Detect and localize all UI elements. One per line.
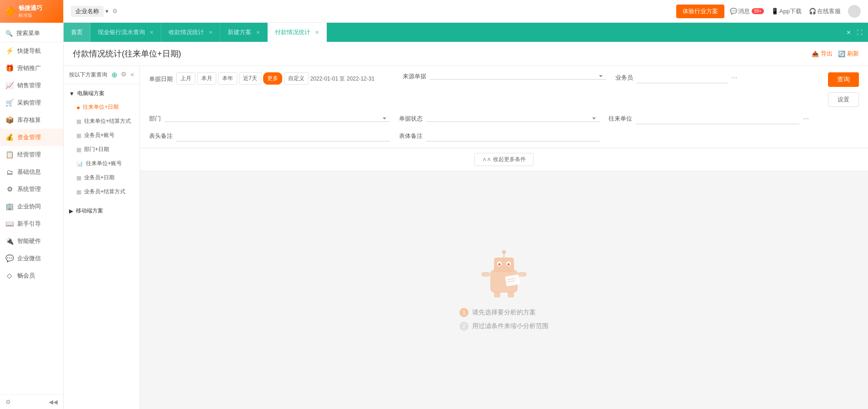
page-body: 按以下方案查询 ⊕ ⚙ « ▼ 电脑端方案 ● 往来单位+日期 — [64, 66, 868, 409]
chevron-down-icon: ▼ — [69, 91, 75, 97]
sidebar-item-marketing[interactable]: 🎁 营销推广 — [0, 60, 63, 77]
sidebar-item-finance[interactable]: 💰 资金管理 — [0, 129, 63, 146]
close-all-tabs-icon[interactable]: ✕ — [846, 29, 851, 36]
tab-bank-flow[interactable]: 现金银行流水查询 ✕ — [90, 23, 161, 42]
this-year-btn[interactable]: 本年 — [218, 72, 237, 85]
schema-item-counterpart-settlement[interactable]: ▦ 往来单位+结算方式 — [64, 114, 140, 128]
topbar-settings-icon[interactable]: ⚙ — [112, 8, 118, 15]
date-range-text: 2022-01-01 至 2022-12-31 — [310, 75, 374, 83]
chevron-right-icon: ▶ — [69, 208, 73, 214]
guide-icon: 📖 — [5, 220, 14, 228]
member-label: 畅会员 — [17, 272, 35, 280]
purchase-label: 采购管理 — [17, 99, 41, 107]
collapse-btn[interactable]: ∧∧ 收起更多条件 — [474, 153, 533, 166]
custom-btn[interactable]: 自定义 — [284, 72, 309, 85]
online-service-btn[interactable]: 🎧 在线客服 — [809, 7, 841, 15]
system-label: 系统管理 — [17, 185, 41, 193]
counterpart-filter-label: 往来单位 — [609, 115, 632, 123]
sidebar-item-wechat[interactable]: 💬 企业微信 — [0, 250, 63, 267]
selector-chevron-icon: ▾ — [105, 8, 109, 15]
tab-new-plan-close[interactable]: ✕ — [256, 30, 260, 35]
settings-icon[interactable]: ⚙ — [5, 399, 11, 405]
schema-item-table-icon-5: ▦ — [76, 189, 81, 195]
collapse-schema-icon[interactable]: « — [130, 71, 134, 79]
sidebar-item-basic-info[interactable]: 🗂 基础信息 — [0, 163, 63, 181]
refresh-button[interactable]: 🔄 刷新 — [838, 50, 859, 58]
maximize-icon[interactable]: ⛶ — [857, 29, 863, 36]
sidebar-item-system[interactable]: ⚙ 系统管理 — [0, 181, 63, 198]
schema-mobile-section-title[interactable]: ▶ 移动端方案 — [64, 204, 140, 217]
svg-rect-1 — [494, 258, 514, 272]
header-note-label: 表头备注 — [149, 132, 173, 140]
user-avatar[interactable] — [848, 5, 861, 18]
salesperson-input[interactable] — [637, 72, 728, 83]
hardware-label: 智能硬件 — [17, 237, 41, 245]
tab-payment-stats-label: 付款情况统计 — [275, 28, 310, 36]
svg-rect-9 — [518, 272, 527, 277]
app-download-btn[interactable]: 📱 App下载 — [771, 7, 802, 15]
tab-new-plan[interactable]: 新建方案 ✕ — [220, 23, 268, 42]
sidebar-item-member[interactable]: ◇ 畅会员 — [0, 267, 63, 284]
sidebar-item-operation[interactable]: 📋 经营管理 — [0, 146, 63, 163]
salesperson-filter-label: 业务员 — [615, 74, 633, 82]
sidebar-item-guide[interactable]: 📖 新手引导 — [0, 215, 63, 232]
schema-item-counterpart-date[interactable]: ● 往来单位+日期 — [64, 100, 140, 114]
schema-item-salesperson-account[interactable]: ▦ 业务员+账号 — [64, 128, 140, 142]
collapse-bar: ∧∧ 收起更多条件 — [140, 148, 868, 171]
svg-point-4 — [499, 263, 501, 266]
tab-receipt-stats-close[interactable]: ✕ — [209, 30, 213, 35]
company-selector[interactable]: 企业名称 ▾ — [71, 6, 109, 17]
collapse-sidebar-icon[interactable]: ◀◀ — [49, 399, 58, 405]
last7-btn[interactable]: 近7天 — [239, 72, 261, 85]
message-label: 消息 — [738, 7, 750, 15]
logo-text: 畅捷通巧 — [19, 4, 42, 12]
salesperson-more-icon[interactable]: ··· — [731, 74, 737, 82]
more-btn[interactable]: 更多 — [263, 72, 282, 85]
schema-item-dept-date[interactable]: ▦ 部门+日期 — [64, 142, 140, 157]
svg-rect-10 — [494, 291, 500, 298]
voucher-status-chevron-icon — [592, 117, 596, 120]
this-month-btn[interactable]: 本月 — [197, 72, 216, 85]
basic-info-icon: 🗂 — [5, 168, 14, 176]
tab-receipt-stats[interactable]: 收款情况统计 ✕ — [161, 23, 220, 42]
sidebar-item-hardware[interactable]: 🔌 智能硬件 — [0, 232, 63, 250]
sidebar-item-corp[interactable]: 🏢 企业协同 — [0, 198, 63, 215]
inventory-label: 库存核算 — [17, 116, 41, 124]
voucher-status-label: 单据状态 — [399, 115, 423, 123]
date-filter-label: 单据日期 — [149, 72, 173, 83]
header-note-input[interactable] — [176, 131, 390, 141]
source-select[interactable] — [430, 73, 606, 80]
schema-settings-icon[interactable]: ⚙ — [121, 71, 127, 79]
trial-button[interactable]: 体验行业方案 — [676, 5, 724, 18]
tab-payment-stats[interactable]: 付款情况统计 ✕ — [268, 23, 327, 42]
counterpart-input[interactable] — [636, 113, 799, 124]
refresh-icon: 🔄 — [838, 50, 845, 57]
schema-item-counterpart-account[interactable]: 📊 往来单位+账号 — [64, 157, 140, 171]
tab-home[interactable]: 首页 — [64, 23, 90, 42]
sidebar-item-inventory[interactable]: 📦 库存核算 — [0, 111, 63, 129]
tab-new-plan-label: 新建方案 — [228, 28, 251, 36]
dept-select[interactable] — [165, 116, 390, 122]
sidebar-item-sales[interactable]: 📈 销售管理 — [0, 77, 63, 94]
body-note-input[interactable] — [426, 131, 599, 141]
sidebar-item-quick-nav[interactable]: ⚡ 快捷导航 — [0, 42, 63, 60]
tab-receipt-stats-label: 收款情况统计 — [169, 28, 204, 36]
sidebar-search-item[interactable]: 🔍 搜索菜单 — [0, 25, 63, 42]
add-schema-icon[interactable]: ⊕ — [111, 71, 117, 79]
schema-pc-section-title[interactable]: ▼ 电脑端方案 — [64, 87, 140, 100]
export-button[interactable]: 📤 导出 — [812, 50, 833, 58]
voucher-status-select[interactable] — [426, 116, 599, 122]
sidebar-item-purchase[interactable]: 🛒 采购管理 — [0, 94, 63, 111]
counterpart-more-icon[interactable]: ··· — [803, 115, 809, 123]
main-content: 单据日期 上月 本月 本年 近7天 更多 自定义 2022-01-01 至 20… — [140, 66, 868, 409]
schema-item-salesperson-settlement[interactable]: ▦ 业务员+结算方式 — [64, 185, 140, 199]
last-month-btn[interactable]: 上月 — [176, 72, 195, 85]
schema-item-salesperson-date[interactable]: ▦ 业务员+日期 — [64, 171, 140, 185]
message-icon: 💬 — [730, 8, 737, 15]
tab-bank-flow-close[interactable]: ✕ — [150, 30, 154, 35]
settings-button[interactable]: 设置 — [828, 92, 859, 107]
tab-payment-stats-close[interactable]: ✕ — [315, 30, 319, 35]
sales-label: 销售管理 — [17, 81, 41, 90]
query-button[interactable]: 查询 — [828, 72, 859, 87]
messages-btn[interactable]: 💬 消息 99+ — [730, 7, 764, 15]
